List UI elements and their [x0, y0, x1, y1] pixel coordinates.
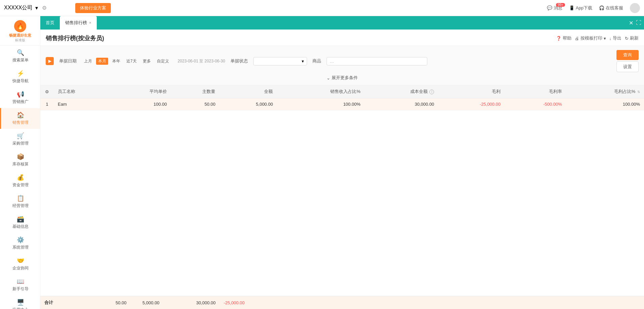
guide-icon: 📖	[17, 278, 24, 285]
goods-input[interactable]: …	[327, 57, 427, 65]
date-option-last-month[interactable]: 上月	[82, 58, 94, 65]
refresh-label: 刷新	[630, 35, 639, 41]
col-avg-price: 平均单价	[112, 85, 171, 98]
company-name: XXXXX公司	[4, 4, 33, 11]
topbar: XXXXX公司 ▾ ⚙ 体验行业方案 💬 消息 99+ 📱 App下载 🎧 在线…	[0, 0, 644, 16]
messages-btn[interactable]: 💬 消息 99+	[547, 5, 562, 11]
table-header-row: ⚙ 员工名称 平均单价 主数量 全额 销售收入占比% 成本全额 i 毛利 毛利率…	[40, 85, 644, 98]
sidebar-item-inventory[interactable]: 📦 库存核算	[0, 150, 40, 170]
sidebar-item-marketing[interactable]: 📢 营销推广	[0, 87, 40, 108]
gross-ratio-sort-icon[interactable]: ⇅	[637, 90, 640, 94]
refresh-icon: ↻	[625, 36, 629, 41]
cell-amount: 5,000.00	[219, 98, 277, 110]
footer-amount: 5,000.00	[138, 300, 165, 305]
export-label: 导出	[613, 35, 621, 41]
sidebar-item-system[interactable]: ⚙️ 系统管理	[0, 233, 40, 254]
main-layout: 🔥 畅捷通好生意 标准版 🔍 搜索菜单 ⚡ 快捷导航 📢 营销推广 🏠 销售管理…	[0, 16, 644, 309]
print-btn[interactable]: 🖨 按模板打印 ▾	[575, 35, 606, 41]
filter-area: ▶ 单据日期 上月 本月 本年 近7天 更多 自定义 2023-06-01 至 …	[40, 46, 644, 85]
col-employee: 员工名称	[54, 85, 112, 98]
date-filter-label: 单据日期	[59, 58, 77, 64]
table-footer: 合计 50.00 5,000.00 30,000.00 -25,000.00	[40, 296, 644, 309]
help-btn[interactable]: ❓ 帮助	[556, 35, 571, 41]
sidebar-item-guide[interactable]: 📖 新手引导	[0, 274, 40, 295]
topbar-right: 💬 消息 99+ 📱 App下载 🎧 在线客服	[547, 3, 640, 13]
sidebar-item-label: 新手引导	[12, 286, 29, 292]
col-settings[interactable]: ⚙	[40, 85, 54, 98]
filter-row: ▶ 单据日期 上月 本月 本年 近7天 更多 自定义 2023-06-01 至 …	[46, 50, 639, 72]
sidebar-item-operations[interactable]: 📋 经营管理	[0, 191, 40, 212]
sidebar-item-apps[interactable]: 🖥️ 应用中心	[0, 295, 40, 309]
filter-expand-arrow[interactable]: ▶	[46, 57, 54, 65]
tab-sales-ranking[interactable]: 销售排行榜 ×	[60, 16, 97, 30]
sidebar-item-label: 系统管理	[12, 245, 29, 250]
logo-icon: 🔥	[14, 20, 26, 32]
phone-icon: 📱	[569, 5, 574, 10]
date-option-this-month[interactable]: 本月	[96, 58, 108, 65]
enterprise-icon: 🤝	[17, 257, 24, 264]
tab-home[interactable]: 首页	[40, 16, 60, 30]
cost-info-icon[interactable]: i	[429, 90, 434, 94]
sidebar-item-label: 库存核算	[12, 161, 29, 167]
sidebar-item-label: 基础信息	[12, 224, 29, 229]
company-selector[interactable]: XXXXX公司 ▾ ⚙	[4, 4, 71, 11]
date-option-custom[interactable]: 自定义	[155, 58, 171, 65]
page-header-actions: ❓ 帮助 🖨 按模板打印 ▾ ↓ 导出 ↻ 刷新	[556, 35, 639, 41]
cell-rank: 1	[40, 98, 54, 110]
trial-btn[interactable]: 体验行业方案	[75, 3, 111, 13]
export-icon: ↓	[609, 36, 612, 41]
user-avatar[interactable]	[630, 3, 640, 13]
expand-label: 展开更多条件	[332, 75, 358, 81]
cell-gross-rate: -500.00%	[505, 98, 566, 110]
date-option-7days[interactable]: 近7天	[124, 58, 139, 65]
expand-down-icon: ⌄	[327, 75, 330, 81]
sidebar-item-sales[interactable]: 🏠 销售管理	[0, 108, 40, 129]
sidebar-item-label: 企业协同	[12, 265, 29, 271]
sidebar: 🔥 畅捷通好生意 标准版 🔍 搜索菜单 ⚡ 快捷导航 📢 营销推广 🏠 销售管理…	[0, 16, 40, 309]
col-gross-ratio: 毛利占比% ⇅	[566, 85, 644, 98]
msg-badge: 99+	[556, 3, 565, 7]
page-title: 销售排行榜(按业务员)	[46, 34, 104, 42]
sidebar-item-basic-info[interactable]: 🗃️ 基础信息	[0, 212, 40, 233]
finance-icon: 💰	[17, 174, 24, 181]
lightning-icon: ⚡	[17, 70, 24, 77]
col-qty: 主数量	[171, 85, 220, 98]
settings-gear-icon[interactable]: ⚙	[42, 5, 47, 11]
cell-gross-ratio: 100.00%	[566, 98, 644, 110]
purchase-icon: 🛒	[17, 132, 24, 140]
tab-restore-icon[interactable]: ⛶	[636, 20, 641, 26]
headset-icon: 🎧	[599, 5, 604, 10]
tabbar-right: ✕ ⛶	[629, 20, 644, 26]
system-icon: ⚙️	[17, 236, 24, 244]
cell-cost: 30,000.00	[364, 98, 438, 110]
status-select-arrow: ▾	[302, 59, 304, 64]
tab-label: 销售排行榜	[65, 20, 87, 26]
col-gross-rate: 毛利率	[505, 85, 566, 98]
cell-qty: 50.00	[171, 98, 220, 110]
export-btn[interactable]: ↓ 导出	[609, 35, 622, 41]
tab-close-icon[interactable]: ×	[89, 20, 91, 25]
sidebar-logo: 🔥 畅捷通好生意 标准版	[0, 16, 40, 46]
col-gross: 毛利	[438, 85, 505, 98]
tab-close-window-icon[interactable]: ✕	[629, 20, 633, 26]
table-area: ⚙ 员工名称 平均单价 主数量 全额 销售收入占比% 成本全额 i 毛利 毛利率…	[40, 85, 644, 296]
date-option-this-year[interactable]: 本年	[110, 58, 122, 65]
help-icon: ❓	[556, 36, 561, 41]
sidebar-item-enterprise[interactable]: 🤝 企业协同	[0, 254, 40, 274]
query-button[interactable]: 查询	[616, 50, 639, 60]
status-select[interactable]: ▾	[253, 57, 307, 65]
search-icon: 🔍	[17, 49, 24, 56]
settings-button[interactable]: 设置	[616, 61, 639, 72]
expand-more-btn[interactable]: ⌄ 展开更多条件	[327, 75, 358, 81]
col-sales-ratio: 销售收入占比%	[277, 85, 364, 98]
app-download-btn[interactable]: 📱 App下载	[569, 5, 592, 11]
sidebar-item-search[interactable]: 🔍 搜索菜单	[0, 46, 40, 66]
date-option-more[interactable]: 更多	[141, 58, 153, 65]
sidebar-item-quick-nav[interactable]: ⚡ 快捷导航	[0, 66, 40, 87]
sidebar-item-label: 应用中心	[12, 307, 29, 309]
sidebar-item-finance[interactable]: 💰 资金管理	[0, 170, 40, 191]
online-service-btn[interactable]: 🎧 在线客服	[599, 5, 623, 11]
refresh-btn[interactable]: ↻ 刷新	[625, 35, 639, 41]
logo-sub: 标准版	[15, 38, 25, 43]
sidebar-item-purchase[interactable]: 🛒 采购管理	[0, 129, 40, 150]
